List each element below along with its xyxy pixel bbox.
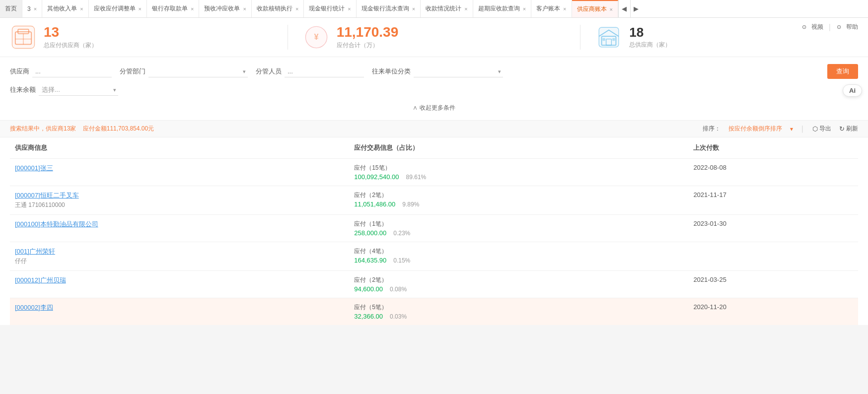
sort-label: 排序： xyxy=(703,125,721,133)
close-icon[interactable]: × xyxy=(348,6,351,12)
tx-amount[interactable]: 94,600.00 xyxy=(354,285,383,293)
filter-row-1: 供应商 分管部门 ▾ 分管人员 往来单位分类 ▾ xyxy=(10,64,858,79)
dept-filter-select[interactable] xyxy=(148,66,248,77)
balance-filter-label: 往来余额 xyxy=(10,85,36,94)
nav-tab-cash-bank-stats[interactable]: 现金银行统计 × xyxy=(304,0,356,18)
stat-divider-2 xyxy=(580,25,580,50)
tx-pct: 0.08% xyxy=(390,286,407,293)
supplier-link[interactable]: [000012]广州贝瑞 xyxy=(15,276,66,284)
top-navigation: 首页 3 × 其他收入单 × 应收应付调整单 × 银行存取款单 × 预收冲应收单… xyxy=(0,0,868,18)
tx-cell: 应付（2笔）94,600.000.08% xyxy=(349,271,688,298)
nav-tab-3[interactable]: 3 × xyxy=(22,0,42,18)
nav-tab-collection-label: 收款核销执行 xyxy=(257,4,292,13)
close-icon[interactable]: × xyxy=(412,6,415,12)
close-icon[interactable]: × xyxy=(34,6,37,12)
balance-filter-select[interactable]: 选择... xyxy=(39,84,118,96)
person-filter-input[interactable] xyxy=(285,66,364,77)
query-button[interactable]: 查询 xyxy=(827,64,858,79)
supplier-link[interactable]: [000002]李四 xyxy=(15,304,53,311)
close-icon[interactable]: × xyxy=(295,6,298,12)
nav-tab-home-label: 首页 xyxy=(5,4,17,13)
supplier-link[interactable]: [000001]张三 xyxy=(15,164,53,172)
help-link[interactable]: 帮助 xyxy=(846,23,858,31)
nav-tab-3-label: 3 xyxy=(27,5,31,12)
close-icon[interactable]: × xyxy=(464,6,467,12)
close-icon[interactable]: × xyxy=(563,6,566,12)
last-pay-date: 2020-11-20 xyxy=(693,303,726,311)
ai-button[interactable]: Ai xyxy=(843,84,862,97)
nav-tab-other-income[interactable]: 其他收入单 × xyxy=(42,0,88,18)
nav-tab-cash-bank-stats-label: 现金银行统计 xyxy=(309,4,345,13)
tx-label: 应付（15笔） xyxy=(354,164,683,172)
nav-tab-home[interactable]: 首页 xyxy=(0,0,22,18)
nav-tab-bank-deposits[interactable]: 银行存取款单 × xyxy=(147,0,199,18)
tx-amount[interactable]: 258,000.00 xyxy=(354,229,386,237)
tx-amount-row: 11,051,486.009.89% xyxy=(354,199,683,208)
stat-number-total: 18 xyxy=(629,26,671,39)
filter-item-dept: 分管部门 ▾ xyxy=(120,66,248,77)
table-row: [001]广州荣轩仔仔应付（4笔）164,635.900.15% xyxy=(10,242,858,271)
supplier-link[interactable]: [000007]恒旺二手叉车 xyxy=(15,192,79,199)
stat-label-total: 总供应商（家） xyxy=(629,41,671,49)
close-icon[interactable]: × xyxy=(80,6,83,12)
supplier-cell: [000002]李四 xyxy=(10,298,349,326)
nav-tab-cash-flow[interactable]: 现金银行流水查询 × xyxy=(357,0,421,18)
tx-cell: 应付（15笔）100,092,540.0089.61% xyxy=(349,159,688,186)
nav-arrow-left[interactable]: ◀ xyxy=(618,0,630,18)
nav-arrow-right[interactable]: ▶ xyxy=(630,0,642,18)
export-icon: ⬡ xyxy=(812,125,818,132)
result-prefix: 搜索结果中，供应商13家 xyxy=(10,125,76,132)
tx-amount-row: 94,600.000.08% xyxy=(354,284,683,293)
close-icon[interactable]: × xyxy=(243,6,246,12)
table-row: [000012]广州贝瑞应付（2笔）94,600.000.08%2021-03-… xyxy=(10,271,858,298)
tx-amount[interactable]: 164,635.90 xyxy=(354,257,386,264)
circle-icon: ⊙ xyxy=(802,24,806,30)
table-header: 供应商信息 应付交易信息（占比） 上次付数 xyxy=(10,137,858,159)
result-bar: 搜索结果中，供应商13家 应付金额111,703,854.00元 排序： 按应付… xyxy=(0,121,868,137)
supplier-link[interactable]: [001]广州荣轩 xyxy=(15,248,55,255)
tx-pct: 89.61% xyxy=(406,174,427,181)
tx-label: 应付（2笔） xyxy=(354,276,683,284)
amount-icon: ¥ xyxy=(303,24,330,51)
person-filter-label: 分管人员 xyxy=(256,67,282,76)
close-icon[interactable]: × xyxy=(139,6,142,12)
video-link[interactable]: 视频 xyxy=(811,23,823,31)
nav-tab-collection[interactable]: 收款核销执行 × xyxy=(252,0,304,18)
tx-amount[interactable]: 11,051,486.00 xyxy=(354,200,395,208)
supplier-link[interactable]: [000100]本特勤油品有限公司 xyxy=(15,220,98,228)
data-table-wrap: 供应商信息 应付交易信息（占比） 上次付数 [000001]张三应付（15笔）1… xyxy=(0,137,868,325)
nav-tab-overdue-label: 超期应收款查询 xyxy=(478,4,520,13)
stat-divider-1 xyxy=(288,25,288,50)
nav-tab-supplier-ledger-label: 供应商账本 xyxy=(577,5,607,13)
category-select-wrap: ▾ xyxy=(414,66,503,77)
nav-tab-supplier-ledger[interactable]: 供应商账本 × xyxy=(572,0,618,18)
nav-tab-overdue[interactable]: 超期应收款查询 × xyxy=(473,0,531,18)
collapse-bar[interactable]: ∧ 收起更多条件 xyxy=(10,101,858,117)
tx-label: 应付（4笔） xyxy=(354,247,683,256)
chevron-down-icon-sort[interactable]: ▾ xyxy=(790,126,793,132)
tx-amount[interactable]: 32,366.00 xyxy=(354,313,383,320)
tx-label: 应付（1笔） xyxy=(354,220,683,228)
nav-tab-bank-deposits-label: 银行存取款单 xyxy=(152,4,188,13)
close-icon[interactable]: × xyxy=(610,6,613,12)
tx-pct: 0.23% xyxy=(393,230,410,237)
category-filter-select[interactable] xyxy=(414,66,503,77)
table-row: [000007]恒旺二手叉车王通 17106110000应付（2笔）11,051… xyxy=(10,186,858,215)
export-button[interactable]: ⬡ 导出 xyxy=(812,125,831,133)
close-icon[interactable]: × xyxy=(523,6,526,12)
close-icon[interactable]: × xyxy=(191,6,194,12)
nav-tab-adjustments[interactable]: 应收应付调整单 × xyxy=(89,0,147,18)
dept-filter-label: 分管部门 xyxy=(120,67,145,76)
nav-tab-prepay[interactable]: 预收冲应收单 × xyxy=(199,0,251,18)
nav-tab-collection-stats[interactable]: 收款情况统计 × xyxy=(421,0,473,18)
supplier-cell: [000012]广州贝瑞 xyxy=(10,271,349,298)
refresh-button[interactable]: ↻ 刷新 xyxy=(839,125,858,133)
tx-amount[interactable]: 100,092,540.00 xyxy=(354,173,399,181)
nav-tab-customer-ledger[interactable]: 客户账本 × xyxy=(531,0,572,18)
sort-value[interactable]: 按应付余额倒序排序 xyxy=(728,125,782,133)
supplier-filter-input[interactable] xyxy=(32,66,112,77)
last-pay-cell: 2020-11-20 xyxy=(688,298,858,326)
stat-label-suppliers: 总应付供应商（家） xyxy=(44,41,97,50)
supplier-cell: [001]广州荣轩仔仔 xyxy=(10,242,349,271)
last-pay-cell: 2022-08-08 xyxy=(688,159,858,186)
